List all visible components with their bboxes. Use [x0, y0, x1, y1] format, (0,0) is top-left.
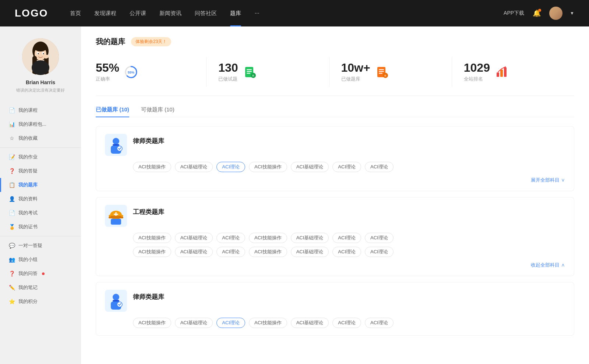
- nav-home[interactable]: 首页: [70, 8, 81, 18]
- sidebar-item-exam[interactable]: 📄 我的考试: [0, 206, 81, 220]
- svg-rect-24: [379, 71, 384, 72]
- engineer-icon: [107, 207, 125, 225]
- nav-qa[interactable]: 问答社区: [195, 8, 217, 18]
- stat-done-text: 130 已做试题: [218, 61, 238, 82]
- qbank-tag[interactable]: ACI技能操作: [249, 162, 287, 172]
- app-download-button[interactable]: APP下载: [504, 10, 524, 17]
- sidebar-item-mycourse[interactable]: 📄 我的课程: [0, 103, 81, 117]
- qbank-tag[interactable]: ACI技能操作: [133, 233, 171, 243]
- qbank-tag[interactable]: ACI技能操作: [133, 162, 171, 172]
- qbank-tag[interactable]: ACI理论: [216, 233, 245, 243]
- qbank-tag[interactable]: ACI技能操作: [249, 247, 287, 257]
- stat-ranking: 1029 全站排名: [452, 57, 574, 87]
- qbank-tag[interactable]: ACI理论: [365, 247, 394, 257]
- qbank-tabs: 已做题库 (10) 可做题库 (10): [96, 106, 574, 117]
- sidebar-item-notes[interactable]: ✏️ 我的笔记: [0, 281, 81, 295]
- lawyer-icon-2: [107, 292, 125, 310]
- stat-qbank-text: 10w+ 已做题库: [341, 61, 370, 82]
- qbank-tag[interactable]: ACI基础理论: [291, 318, 329, 328]
- avatar-svg: [22, 38, 59, 75]
- qbank-tag[interactable]: ACI技能操作: [133, 318, 171, 328]
- points-icon: ⭐: [9, 299, 15, 304]
- nav-more[interactable]: ···: [254, 10, 259, 17]
- sidebar-item-points[interactable]: ⭐ 我的积分: [0, 295, 81, 308]
- qbank-tag[interactable]: ACI技能操作: [249, 233, 287, 243]
- sidebar-profile: Brian Harris 错误的决定比没有决定要好: [0, 26, 81, 100]
- nav-discover[interactable]: 发现课程: [94, 8, 116, 18]
- svg-rect-25: [379, 73, 382, 74]
- qbank-expand-link-2[interactable]: 收起全部科目 ∧: [531, 262, 565, 268]
- sidebar-menu: 📄 我的课程 📊 我的课程包... ☆ 我的收藏 📝 我的作业 ❓ 我的答疑 �: [0, 100, 81, 311]
- qbank-tag[interactable]: ACI基础理论: [175, 233, 213, 243]
- tab-done[interactable]: 已做题库 (10): [96, 106, 129, 117]
- tab-available[interactable]: 可做题库 (10): [141, 106, 174, 117]
- sidebar-item-label: 我的课程包...: [18, 121, 46, 128]
- qbank-tags-2-row2: ACI技能操作 ACI基础理论 ACI理论 ACI技能操作 ACI基础理论 AC…: [133, 247, 565, 257]
- qbank-footer-2: 收起全部科目 ∧: [105, 261, 565, 268]
- sidebar-item-cert[interactable]: 🏅 我的证书: [0, 220, 81, 234]
- qbank-icon-2: [105, 205, 127, 227]
- chart-red-icon: [495, 66, 508, 78]
- sidebar-item-homework[interactable]: 📝 我的作业: [0, 150, 81, 164]
- nav-qbank[interactable]: 题库: [230, 8, 241, 18]
- svg-rect-17: [247, 69, 252, 70]
- qbank-tag[interactable]: ACI基础理论: [291, 233, 329, 243]
- qbank-tag[interactable]: ACI理论: [216, 247, 245, 257]
- logo: LOGO: [15, 7, 48, 19]
- sidebar-item-myqa[interactable]: ❓ 我的问答: [0, 267, 81, 281]
- svg-point-6: [32, 60, 49, 75]
- document-orange-icon: ≡: [376, 66, 388, 78]
- qbank-tag[interactable]: ACI基础理论: [175, 162, 213, 172]
- navbar: LOGO 首页 发现课程 公开课 新闻资讯 问答社区 题库 ··· APP下载 …: [0, 0, 589, 26]
- svg-text:≡: ≡: [384, 74, 387, 78]
- notification-dot: [538, 9, 541, 12]
- stat-qbank-icon: ≡: [375, 65, 389, 79]
- qbank-icon: 📋: [9, 182, 15, 188]
- cert-icon: 🏅: [9, 224, 15, 230]
- sidebar-item-profile[interactable]: 👤 我的资料: [0, 192, 81, 206]
- group-icon: 👥: [9, 257, 15, 263]
- qbank-tag[interactable]: ACI理论: [365, 233, 394, 243]
- stat-ranking-icon: [495, 65, 508, 79]
- sidebar-item-label: 我的作业: [18, 154, 38, 160]
- qbank-tag[interactable]: ACI理论: [365, 318, 394, 328]
- qbank-tag[interactable]: ACI理论: [332, 162, 361, 172]
- sidebar-item-qbank[interactable]: 📋 我的题库: [0, 178, 81, 192]
- qbank-tag-active[interactable]: ACI理论: [216, 318, 245, 328]
- svg-point-35: [117, 146, 122, 151]
- homework-icon: 📝: [9, 154, 15, 160]
- qbank-tag[interactable]: ACI基础理论: [291, 247, 329, 257]
- svg-rect-40: [111, 216, 121, 217]
- qbank-tag[interactable]: ACI理论: [332, 318, 361, 328]
- notification-bell[interactable]: 🔔: [532, 8, 542, 18]
- sidebar-item-coursepack[interactable]: 📊 我的课程包...: [0, 117, 81, 131]
- avatar-dropdown-chevron[interactable]: ▼: [570, 11, 574, 16]
- svg-rect-30: [504, 67, 507, 77]
- qbank-expand-link-1[interactable]: 展开全部科目 ∨: [531, 177, 565, 183]
- qbank-tag[interactable]: ACI理论: [365, 162, 394, 172]
- svg-rect-42: [114, 214, 118, 215]
- qbank-tag-active[interactable]: ACI理论: [216, 162, 245, 172]
- qbank-tag[interactable]: ACI基础理论: [291, 162, 329, 172]
- sidebar-item-label: 一对一答疑: [18, 242, 42, 249]
- qbank-card-3-header: 律师类题库: [105, 290, 565, 312]
- qbank-tag[interactable]: ACI基础理论: [175, 318, 213, 328]
- qbank-tag[interactable]: ACI理论: [332, 233, 361, 243]
- sidebar-item-favorites[interactable]: ☆ 我的收藏: [0, 131, 81, 145]
- qbank-tag[interactable]: ACI理论: [332, 247, 361, 257]
- avatar-image: [549, 7, 562, 20]
- nav-news[interactable]: 新闻资讯: [159, 8, 181, 18]
- qbank-card-1: 律师类题库 ACI技能操作 ACI基础理论 ACI理论 ACI技能操作 ACI基…: [96, 126, 574, 191]
- svg-text:55%: 55%: [128, 71, 134, 74]
- qbank-tag[interactable]: ACI技能操作: [249, 318, 287, 328]
- qbank-tag[interactable]: ACI技能操作: [133, 247, 171, 257]
- sidebar-item-oneone[interactable]: 💬 一对一答疑: [0, 239, 81, 253]
- user-avatar[interactable]: [549, 7, 562, 20]
- nav-opencourse[interactable]: 公开课: [130, 8, 146, 18]
- sidebar-item-qa[interactable]: ❓ 我的答疑: [0, 164, 81, 178]
- qbank-tag[interactable]: ACI基础理论: [175, 247, 213, 257]
- svg-text:≡: ≡: [252, 74, 254, 78]
- sidebar-item-group[interactable]: 👥 我的小组: [0, 253, 81, 267]
- stat-done-questions: 130 已做试题 ≡: [207, 57, 329, 87]
- svg-point-11: [34, 43, 47, 51]
